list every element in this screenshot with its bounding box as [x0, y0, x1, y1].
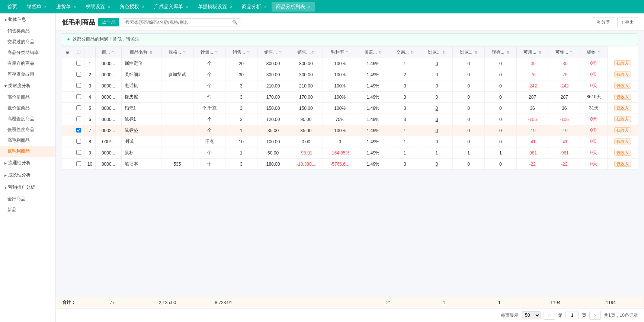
close-icon[interactable]: ×	[230, 4, 232, 9]
close-icon[interactable]: ×	[74, 4, 76, 9]
row-checkbox[interactable]	[76, 150, 81, 155]
col-profit-rate[interactable]: 毛利率 ⇅	[323, 47, 357, 58]
sidebar-group-growth[interactable]: ▸ 成长性分析	[0, 169, 55, 181]
share-button[interactable]: ⎗ 分享	[593, 17, 614, 27]
sidebar-item-inventory-capital[interactable]: 库存资金占用	[0, 69, 55, 80]
nav-product-analysis[interactable]: 商品分析 ×	[237, 2, 271, 12]
row-checkbox[interactable]	[76, 117, 81, 121]
col-sales-amount[interactable]: 销售... ⇅	[257, 47, 289, 58]
row-checkbox[interactable]	[76, 128, 81, 133]
sidebar-item-low-coverage[interactable]: 低覆盖度商品	[0, 124, 55, 135]
cell-transaction[interactable]: 0	[421, 92, 453, 103]
cell-transaction[interactable]: 0	[421, 69, 453, 80]
nav-product-analysis-list[interactable]: 商品分析列表 ×	[272, 2, 315, 12]
cell-checkbox[interactable]	[73, 58, 84, 69]
cell-checkbox[interactable]	[73, 136, 84, 147]
cell-name[interactable]: 测试	[121, 136, 161, 147]
cell-name[interactable]: 吴细细1	[121, 69, 161, 80]
export-button[interactable]: ↑ 导出	[617, 17, 638, 27]
col-name[interactable]: 商品名称 ⇅	[121, 47, 161, 58]
col-sales-qty[interactable]: 销售... ⇅	[225, 47, 257, 58]
cell-name[interactable]: 电话机	[121, 80, 161, 92]
row-checkbox[interactable]	[76, 61, 81, 66]
nav-template-settings[interactable]: 单据模板设置 ×	[193, 2, 237, 12]
sidebar-item-high-value[interactable]: 高价值商品	[0, 92, 55, 103]
nav-role-auth[interactable]: 角色授权 ×	[115, 2, 149, 12]
search-input[interactable]	[125, 20, 231, 25]
col-sales-profit[interactable]: 销售... ⇅	[289, 47, 323, 58]
col-current-stock[interactable]: 可用... ⇅	[516, 47, 548, 58]
nav-home[interactable]: 首页	[3, 2, 22, 12]
sidebar-item-all-goods[interactable]: 全部商品	[0, 194, 55, 204]
col-spec[interactable]: 规格... ⇅	[161, 47, 193, 58]
cell-checkbox[interactable]	[73, 159, 84, 170]
row-checkbox[interactable]	[76, 139, 81, 144]
cell-checkbox[interactable]	[73, 80, 84, 92]
cell-name[interactable]: 鼠标垫	[121, 125, 161, 136]
cell-checkbox[interactable]	[73, 125, 84, 136]
next-page-button[interactable]: ＞	[589, 311, 601, 320]
col-browse2[interactable]: 现有... ⇅	[484, 47, 516, 58]
cell-checkbox[interactable]	[73, 92, 84, 103]
cell-transaction[interactable]: 0	[421, 103, 453, 114]
cell-checkbox[interactable]	[73, 103, 84, 114]
cell-name[interactable]: 鼠标1	[121, 114, 161, 125]
row-checkbox[interactable]	[76, 83, 81, 88]
close-icon[interactable]: ×	[108, 4, 110, 9]
sidebar-group-circulation[interactable]: ▸ 流通性分析	[0, 157, 55, 169]
col-gross-rate[interactable]: 覆盖... ⇅	[357, 47, 389, 58]
close-icon[interactable]: ×	[186, 4, 188, 9]
sidebar-group-marketing[interactable]: ▾ 营销推广分析	[0, 181, 55, 194]
sidebar-group-overall[interactable]: ▾ 整体信息	[0, 13, 55, 26]
sidebar-item-high-coverage[interactable]: 高覆盖度商品	[0, 114, 55, 124]
cell-name[interactable]: 橡皮擦	[121, 92, 161, 103]
nav-sales[interactable]: 销货单 ×	[22, 2, 51, 12]
sidebar-item-sales-goods[interactable]: 销售类商品	[0, 26, 55, 36]
sidebar-item-high-margin[interactable]: 高毛利商品	[0, 135, 55, 146]
cell-checkbox[interactable]	[73, 114, 84, 125]
page-number-input[interactable]	[565, 312, 579, 319]
cell-transaction[interactable]: 1	[421, 147, 453, 159]
col-checkbox[interactable]: ☐	[73, 47, 84, 58]
col-available[interactable]: 可销... ⇅	[548, 47, 580, 58]
sidebar-item-stocked-goods[interactable]: 有库存的商品	[0, 58, 55, 69]
cell-name[interactable]: 笔记本	[121, 159, 161, 170]
cell-transaction[interactable]: 0	[421, 159, 453, 170]
row-checkbox[interactable]	[76, 94, 81, 99]
cell-transaction[interactable]: 0	[421, 125, 453, 136]
time-filter-button[interactable]: 近一月	[98, 18, 119, 26]
row-checkbox[interactable]	[76, 72, 81, 77]
cell-transaction[interactable]: 0	[421, 114, 453, 125]
cell-transaction[interactable]: 0	[421, 136, 453, 147]
row-checkbox[interactable]	[76, 161, 81, 166]
sidebar-item-category-assist[interactable]: 商品分类助销率	[0, 47, 55, 58]
col-tag[interactable]: 标签 ⇅	[580, 47, 608, 58]
close-icon[interactable]: ×	[44, 4, 47, 9]
close-icon[interactable]: ×	[142, 4, 144, 9]
col-unit[interactable]: 计量... ⇅	[193, 47, 225, 58]
col-transaction[interactable]: 浏览... ⇅	[421, 47, 453, 58]
cell-name[interactable]: 属性定价	[121, 58, 161, 69]
prev-page-button[interactable]: ＜	[544, 311, 555, 320]
sidebar-item-low-margin[interactable]: 低毛利商品	[0, 146, 55, 157]
cell-transaction[interactable]: 0	[421, 58, 453, 69]
cell-name[interactable]: 铅笔1	[121, 103, 161, 114]
col-code[interactable]: 商... ⇅	[96, 47, 122, 58]
sidebar-group-category-analysis[interactable]: ▾ 类耐度分析	[0, 80, 55, 92]
page-size-select[interactable]: 50 100 200	[522, 311, 541, 319]
col-browse1[interactable]: 浏览... ⇅	[453, 47, 485, 58]
col-settings[interactable]: ⚙	[62, 47, 73, 58]
cell-transaction[interactable]: 0	[421, 80, 453, 92]
search-icon[interactable]: 🔍	[232, 20, 238, 25]
nav-product-entry[interactable]: 产成品入库单 ×	[150, 2, 193, 12]
nav-purchase[interactable]: 进货单 ×	[52, 2, 80, 12]
nav-permissions[interactable]: 权限设置 ×	[81, 2, 115, 12]
cell-checkbox[interactable]	[73, 147, 84, 159]
sidebar-item-new-goods[interactable]: 新品	[0, 204, 55, 215]
cell-checkbox[interactable]	[73, 69, 84, 80]
row-checkbox[interactable]	[76, 105, 81, 110]
sidebar-item-low-value[interactable]: 低价值商品	[0, 103, 55, 114]
col-coverage[interactable]: 交易... ⇅	[389, 47, 421, 58]
cell-name[interactable]: 鼠标	[121, 147, 161, 159]
close-icon[interactable]: ×	[308, 4, 310, 9]
